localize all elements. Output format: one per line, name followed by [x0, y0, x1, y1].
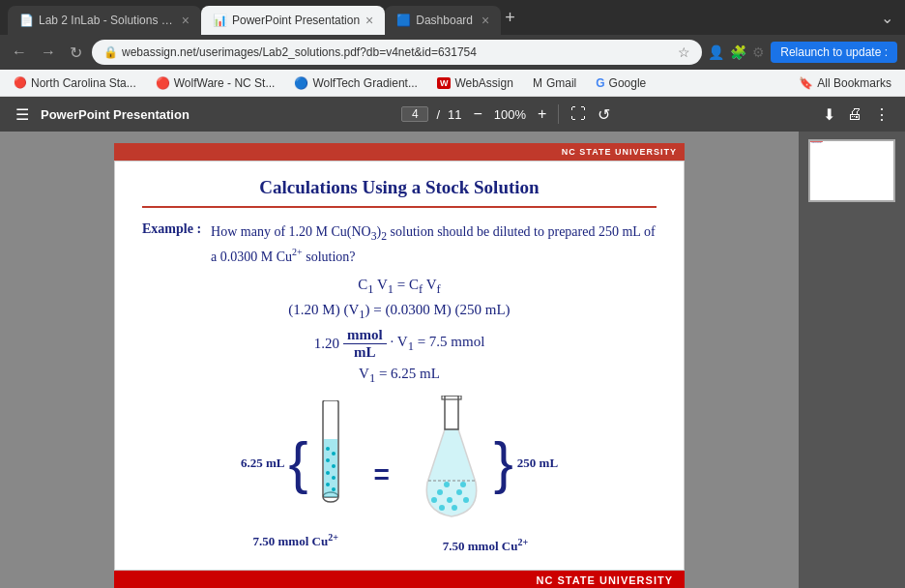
bookmark-wolftech-icon: 🔵 — [294, 76, 308, 90]
zoom-level: 100% — [494, 107, 526, 122]
right-diagram-brace-group: } 250 mL — [413, 396, 558, 531]
test-tube-svg — [311, 400, 350, 526]
tab-dashboard-icon: 🟦 — [396, 14, 410, 27]
slide-body: Calculations Using a Stock Solution Exam… — [114, 161, 685, 571]
relaunch-button[interactable]: Relaunch to update : — [771, 42, 897, 63]
svg-point-19 — [463, 497, 469, 503]
left-diagram-brace-group: 6.25 mL { — [241, 400, 351, 526]
back-button[interactable]: ← — [8, 42, 31, 63]
svg-point-3 — [326, 447, 330, 451]
bookmark-nc-state-icon: 🔴 — [14, 76, 27, 89]
svg-point-8 — [332, 476, 336, 480]
left-volume-label: 6.25 mL — [241, 456, 285, 471]
menu-button[interactable]: ☰ — [15, 105, 29, 124]
tab-bar-right: ⌄ — [877, 5, 897, 31]
right-mmol-label: 7.50 mmol Cu2+ — [443, 537, 528, 554]
svg-point-7 — [326, 471, 330, 475]
bookmark-all[interactable]: 🔖 All Bookmarks — [793, 74, 897, 92]
viewer-toolbar: ☰ PowerPoint Presentation / 11 − 100% + … — [0, 97, 905, 132]
download-button[interactable]: ⬇ — [823, 105, 835, 124]
bookmark-wolftech[interactable]: 🔵 WolfTech Gradient... — [288, 74, 423, 92]
svg-point-17 — [460, 482, 466, 487]
tab-ppt[interactable]: 📊 PowerPoint Presentation × — [201, 6, 385, 35]
profile-icon[interactable]: 👤 — [708, 44, 724, 60]
bookmark-wolfware-label: WolfWare - NC St... — [174, 76, 276, 90]
tab-lab2-close[interactable]: × — [182, 13, 190, 28]
bookmark-nc-state-label: North Carolina Sta... — [31, 76, 136, 90]
toolbar-divider — [558, 104, 559, 124]
diagram-area: 6.25 mL { — [142, 396, 657, 554]
svg-point-6 — [332, 464, 336, 468]
bookmark-webassign[interactable]: W WebAssign — [431, 74, 519, 92]
svg-point-15 — [456, 489, 462, 495]
lock-icon: 🔒 — [103, 45, 118, 59]
bookmark-google-label: Google — [609, 76, 647, 90]
flask-svg — [413, 396, 490, 531]
eq3-suffix: · V1 = 7.5 mmol — [391, 334, 485, 354]
example-row: Example : How many of 1.20 M Cu(NO3)2 so… — [142, 221, 657, 267]
tab-lab2-label: Lab 2 InLab - Solutions and S... — [39, 14, 176, 27]
right-diagram: } 250 mL 7.50 mmol Cu2+ — [413, 396, 558, 554]
more-button[interactable]: ⋮ — [874, 105, 890, 124]
browser-chrome: 📄 Lab 2 InLab - Solutions and S... × 📊 P… — [0, 0, 905, 97]
top-red-bar: NC STATE UNIVERSITY — [114, 143, 685, 161]
tab-lab2[interactable]: 📄 Lab 2 InLab - Solutions and S... × — [8, 6, 201, 35]
tab-overflow-button[interactable]: ⌄ — [877, 5, 897, 31]
slide-title: Calculations Using a Stock Solution — [142, 177, 657, 208]
settings-icon[interactable]: ⚙ — [752, 44, 765, 60]
top-banner-text: NC STATE UNIVERSITY — [562, 147, 677, 157]
svg-point-5 — [326, 458, 330, 462]
address-bar[interactable]: 🔒 webassign.net/userimages/Lab2_solution… — [92, 40, 702, 65]
zoom-out-button[interactable]: − — [474, 105, 482, 123]
eq1: C1 V1 = Cf Vf — [142, 277, 657, 297]
tab-dashboard[interactable]: 🟦 Dashboard × — [385, 6, 501, 35]
bookmark-icon: 🔖 — [799, 76, 813, 90]
bookmark-all-label: All Bookmarks — [817, 76, 891, 90]
extension-icon[interactable]: 🧩 — [730, 44, 746, 60]
eq3-denominator: mL — [350, 344, 380, 361]
bookmark-wolftech-label: WolfTech Gradient... — [312, 76, 418, 90]
page-total: 11 — [448, 107, 461, 122]
bookmark-wolfware[interactable]: 🔴 WolfWare - NC St... — [150, 74, 281, 92]
address-bar-icons: ☆ — [678, 44, 690, 60]
svg-rect-11 — [445, 396, 458, 429]
forward-button[interactable]: → — [37, 42, 60, 63]
tab-ppt-close[interactable]: × — [365, 13, 373, 28]
rotate-button[interactable]: ↺ — [598, 105, 610, 124]
thumbnail-panel: Calculations Using a Stock Solution — [799, 132, 905, 588]
example-label: Example : — [142, 221, 201, 237]
bookmark-google-icon: G — [596, 76, 604, 90]
bookmark-nc-state[interactable]: 🔴 North Carolina Sta... — [8, 74, 142, 92]
tab-ppt-label: PowerPoint Presentation — [232, 14, 360, 27]
bookmark-gmail[interactable]: M Gmail — [527, 74, 582, 92]
eq3-numerator: mmol — [343, 327, 387, 344]
print-button[interactable]: 🖨 — [847, 105, 862, 123]
page-controls: / 11 — [401, 106, 461, 122]
svg-point-4 — [332, 452, 336, 456]
svg-point-13 — [437, 489, 443, 495]
slide-area: NC STATE UNIVERSITY Calculations Using a… — [0, 132, 799, 588]
tab-dashboard-label: Dashboard — [416, 14, 476, 27]
thumbnail[interactable]: Calculations Using a Stock Solution — [808, 139, 895, 202]
svg-rect-2 — [324, 439, 337, 497]
tab-dashboard-close[interactable]: × — [482, 13, 489, 28]
zoom-in-button[interactable]: + — [538, 105, 546, 123]
slide-wrapper: NC STATE UNIVERSITY Calculations Using a… — [114, 143, 685, 588]
fullscreen-button[interactable]: ⛶ — [570, 105, 586, 123]
address-bar-row: ← → ↻ 🔒 webassign.net/userimages/Lab2_so… — [0, 35, 905, 70]
bookmark-gmail-icon: M — [533, 76, 542, 90]
page-input[interactable] — [401, 106, 428, 122]
left-mmol-label: 7.50 mmol Cu2+ — [252, 532, 337, 549]
content-area: NC STATE UNIVERSITY Calculations Using a… — [0, 132, 905, 588]
svg-point-10 — [332, 487, 336, 491]
eq3: 1.20 mmol mL · V1 = 7.5 mmol — [142, 327, 657, 361]
svg-point-16 — [444, 482, 450, 487]
equations: C1 V1 = Cf Vf (1.20 M) (V1) = (0.0300 M)… — [142, 277, 657, 386]
bookmark-google[interactable]: G Google — [590, 74, 652, 92]
svg-point-9 — [326, 483, 330, 486]
reload-button[interactable]: ↻ — [66, 42, 86, 64]
bookmark-gmail-label: Gmail — [546, 76, 576, 90]
new-tab-button[interactable]: + — [505, 8, 515, 28]
bookmark-star-icon[interactable]: ☆ — [678, 44, 690, 60]
eq3-prefix: 1.20 — [314, 336, 339, 352]
